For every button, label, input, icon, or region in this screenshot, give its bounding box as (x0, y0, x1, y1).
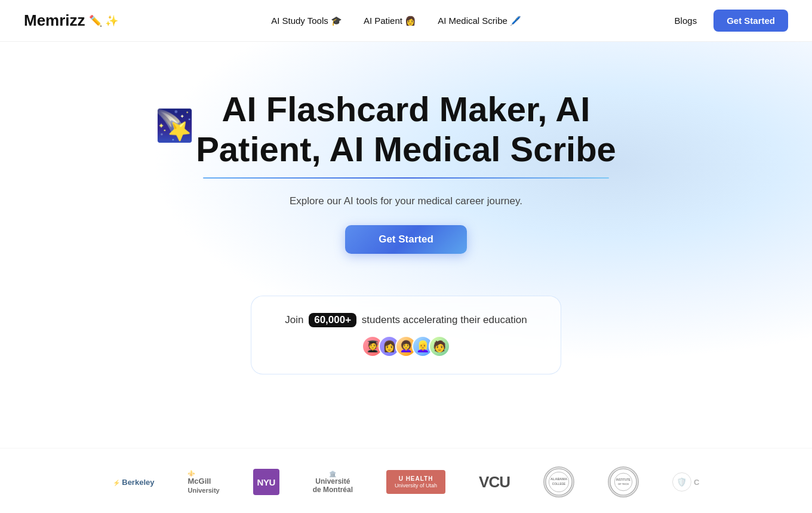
logo-unknown: 🛡️ C (656, 472, 716, 492)
nav-ai-study-tools[interactable]: AI Study Tools 🎓 (271, 16, 342, 26)
logo-text: Memrizz (24, 11, 85, 30)
join-text: Join 60,000+ students accelerating their… (281, 313, 531, 327)
hero-subtitle: Explore our AI tools for your medical ca… (290, 195, 522, 207)
vcu-logo-text: VCU (479, 473, 510, 492)
logo-vcu: VCU (462, 473, 527, 492)
hero-content: AI Flashcard Maker, AI Patient, AI Medic… (137, 42, 675, 374)
svg-text:COLLEGE: COLLEGE (552, 483, 565, 486)
logo-mcgill: ⚜️ McGillUniversity (171, 470, 236, 494)
get-started-nav-button[interactable]: Get Started (713, 10, 788, 32)
nav-ai-patient[interactable]: AI Patient 👩 (364, 16, 416, 26)
nav-links: AI Study Tools 🎓 AI Patient 👩 AI Medical… (271, 16, 521, 26)
institute-seal: INSTITUTE OF TECH (608, 466, 639, 497)
unknown-logo: 🛡️ C (672, 472, 699, 492)
montreal-logo-text: 🏛️ Universitéde Montréal (313, 471, 353, 494)
join-avatars: 🧑‍🎓 👩 👩‍🦱 👱‍♀️ 🧑 (281, 336, 531, 357)
hero-divider (203, 177, 609, 179)
nav-ai-medical-scribe[interactable]: AI Medical Scribe 🖊️ (438, 16, 521, 26)
join-box: Join 60,000+ students accelerating their… (251, 296, 561, 374)
logo-emoji: ✏️ ✨ (89, 14, 118, 27)
logo-alabama: ALABAMA COLLEGE (527, 466, 591, 497)
berkeley-logo-text: ⚡ Berkeley (113, 478, 155, 487)
join-count: 60,000+ (309, 313, 356, 327)
nav-right: Blogs Get Started (675, 10, 788, 32)
logo-seal2: INSTITUTE OF TECH (591, 466, 656, 497)
logo-montreal: 🏛️ Universitéde Montréal (296, 471, 370, 494)
logos-strip: ⚡ Berkeley ⚜️ McGillUniversity NYU 🏛️ Un… (0, 448, 812, 509)
logo-uth: U HEALTH University of Utah (370, 470, 462, 494)
blogs-link[interactable]: Blogs (675, 16, 697, 26)
svg-text:ALABAMA: ALABAMA (550, 477, 567, 481)
join-suffix: students accelerating their education (362, 314, 527, 325)
get-started-hero-button[interactable]: Get Started (345, 225, 467, 254)
logo-nyu: NYU (236, 469, 296, 495)
join-prefix: Join (285, 314, 303, 325)
mcgill-logo-text: ⚜️ McGillUniversity (187, 470, 219, 494)
hero-section: 🌠 AI Flashcard Maker, AI Patient, AI Med… (0, 42, 812, 448)
svg-text:OF TECH: OF TECH (618, 483, 629, 486)
nyu-logo-badge: NYU (253, 469, 279, 495)
uth-logo-badge: U HEALTH University of Utah (386, 470, 445, 494)
navbar: Memrizz ✏️ ✨ AI Study Tools 🎓 AI Patient… (0, 0, 812, 42)
logo-berkeley: ⚡ Berkeley (96, 478, 171, 487)
avatar-5: 🧑 (429, 336, 450, 357)
svg-text:INSTITUTE: INSTITUTE (616, 478, 630, 481)
alabama-seal: ALABAMA COLLEGE (543, 466, 574, 497)
hero-title: AI Flashcard Maker, AI Patient, AI Medic… (179, 90, 633, 169)
logo[interactable]: Memrizz ✏️ ✨ (24, 11, 118, 30)
